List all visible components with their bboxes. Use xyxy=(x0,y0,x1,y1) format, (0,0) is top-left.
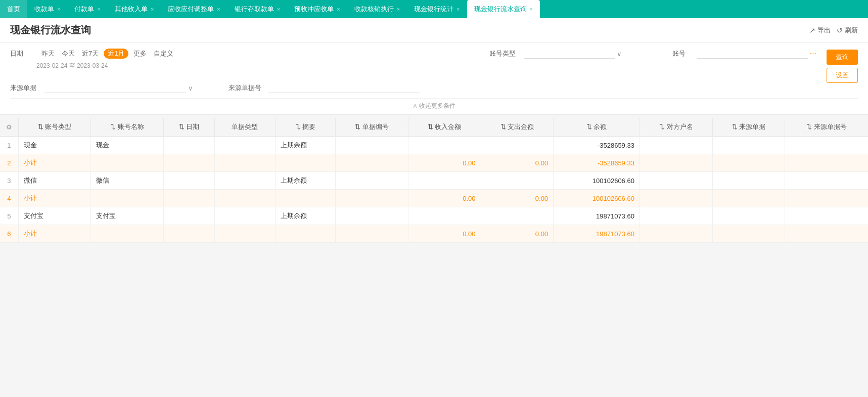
gear-col-header[interactable]: ⚙ xyxy=(0,118,18,137)
cell-balance: 100102606.60 xyxy=(554,190,640,207)
cell-source-doc-no xyxy=(785,190,868,207)
cell-date xyxy=(163,172,214,190)
cell-counterpart xyxy=(639,172,712,190)
close-icon[interactable]: × xyxy=(397,6,400,12)
export-button[interactable]: ↗ 导出 xyxy=(809,26,831,35)
cell-doc-no xyxy=(336,225,408,243)
query-button[interactable]: 查询 xyxy=(827,50,858,65)
close-icon[interactable]: × xyxy=(97,6,100,12)
refresh-button[interactable]: ↺ 刷新 xyxy=(837,26,858,35)
cell-income xyxy=(408,172,481,190)
setting-button[interactable]: 设置 xyxy=(827,68,858,83)
cell-doc-no xyxy=(336,190,408,207)
top-nav: 首页 收款单 × 付款单 × 其他收入单 × 应收应付调整单 × 银行存取款单 … xyxy=(0,0,868,18)
cell-summary xyxy=(275,190,336,207)
cell-date xyxy=(163,225,214,243)
nav-receipt[interactable]: 收款单 × xyxy=(27,0,67,18)
cell-source-doc xyxy=(712,190,785,207)
cell-summary: 上期余额 xyxy=(275,137,336,154)
account-type-arrow[interactable]: ∨ xyxy=(617,50,622,58)
nav-home[interactable]: 首页 xyxy=(0,0,27,18)
nav-adjustment[interactable]: 应收应付调整单 × xyxy=(161,0,227,18)
cell-counterpart xyxy=(639,190,712,207)
col-counterpart: ⇅ 对方户名 xyxy=(639,118,712,137)
more-btn[interactable]: 更多 xyxy=(131,49,149,59)
close-icon[interactable]: × xyxy=(151,6,154,12)
gear-icon[interactable]: ⚙ xyxy=(6,123,12,131)
col-account-name: ⇅ 账号名称 xyxy=(91,118,164,137)
cell-expense: 0.00 xyxy=(481,225,554,243)
page-header: 现金银行流水查询 ↗ 导出 ↺ 刷新 xyxy=(0,18,868,42)
cell-doc-no xyxy=(336,137,408,154)
account-more-btn[interactable]: ··· xyxy=(810,49,816,58)
last1m-btn[interactable]: 近1月 xyxy=(104,49,128,59)
nav-bank-deposit[interactable]: 银行存取款单 × xyxy=(227,0,287,18)
nav-advance[interactable]: 预收冲应收单 × xyxy=(287,0,347,18)
cell-date xyxy=(163,137,214,154)
cell-source-doc xyxy=(712,137,785,154)
close-icon[interactable]: × xyxy=(456,6,460,12)
row-number: 5 xyxy=(0,207,18,225)
cell-income: 0.00 xyxy=(408,154,481,172)
date-range-display: 2023-02-24 至 2023-03-24 xyxy=(36,62,108,69)
cell-summary xyxy=(275,225,336,243)
cell-summary: 上期余额 xyxy=(275,172,336,190)
cell-date xyxy=(163,154,214,172)
row-number: 6 xyxy=(0,225,18,243)
collapse-btn[interactable]: ∧ 收起更多条件 xyxy=(10,98,858,114)
yesterday-btn[interactable]: 昨天 xyxy=(39,49,57,59)
source-doc-num-input[interactable] xyxy=(268,83,420,93)
today-btn[interactable]: 今天 xyxy=(60,49,77,59)
cell-date xyxy=(163,207,214,225)
cell-doc-no xyxy=(336,154,408,172)
close-icon[interactable]: × xyxy=(337,6,340,12)
col-expense: ⇅ 支出金额 xyxy=(481,118,554,137)
cell-expense xyxy=(481,137,554,154)
source-doc-arrow[interactable]: ∨ xyxy=(188,84,193,92)
account-input[interactable] xyxy=(697,49,808,59)
cell-doc-type xyxy=(214,207,275,225)
col-summary: ⇅ 摘要 xyxy=(275,118,336,137)
close-icon[interactable]: × xyxy=(217,6,220,12)
cell-doc-type xyxy=(214,137,275,154)
nav-other-income[interactable]: 其他收入单 × xyxy=(108,0,161,18)
header-actions: ↗ 导出 ↺ 刷新 xyxy=(809,26,858,35)
cell-expense: 0.00 xyxy=(481,190,554,207)
cell-income xyxy=(408,207,481,225)
account-type-input[interactable] xyxy=(524,49,615,59)
date-label: 日期 xyxy=(10,49,35,58)
table-row: 5支付宝支付宝上期余额19871073.60 xyxy=(0,207,868,225)
row-number: 4 xyxy=(0,190,18,207)
row-number: 2 xyxy=(0,154,18,172)
source-doc-input[interactable] xyxy=(44,83,186,93)
cell-income: 0.00 xyxy=(408,190,481,207)
cell-account-name xyxy=(91,225,164,243)
table-row: 2小计0.000.00-3528659.33 xyxy=(0,154,868,172)
cell-expense xyxy=(481,207,554,225)
close-icon[interactable]: × xyxy=(277,6,280,12)
cell-account-type: 微信 xyxy=(18,172,91,190)
cell-source-doc-no xyxy=(785,207,868,225)
cell-summary xyxy=(275,154,336,172)
col-source-doc: ⇅ 来源单据 xyxy=(712,118,785,137)
nav-cash-stats[interactable]: 现金银行统计 × xyxy=(407,0,467,18)
cell-balance: 100102606.60 xyxy=(554,172,640,190)
cell-source-doc-no xyxy=(785,225,868,243)
source-doc-label: 来源单据 xyxy=(10,83,40,93)
nav-cash-flow[interactable]: 现金银行流水查询 × xyxy=(467,0,540,18)
last7-btn[interactable]: 近7天 xyxy=(80,49,101,59)
close-icon[interactable]: × xyxy=(57,6,60,12)
cell-balance: 19871073.60 xyxy=(554,207,640,225)
cell-account-name: 微信 xyxy=(91,172,164,190)
cell-account-name xyxy=(91,190,164,207)
cell-date xyxy=(163,190,214,207)
cell-counterpart xyxy=(639,225,712,243)
custom-btn[interactable]: 自定义 xyxy=(152,49,175,59)
nav-payment[interactable]: 付款单 × xyxy=(67,0,107,18)
cell-source-doc xyxy=(712,207,785,225)
close-icon[interactable]: × xyxy=(530,6,533,12)
nav-writeoff[interactable]: 收款核销执行 × xyxy=(347,0,407,18)
cell-balance: 19871073.60 xyxy=(554,225,640,243)
cell-doc-type xyxy=(214,190,275,207)
cell-account-type: 现金 xyxy=(18,137,91,154)
